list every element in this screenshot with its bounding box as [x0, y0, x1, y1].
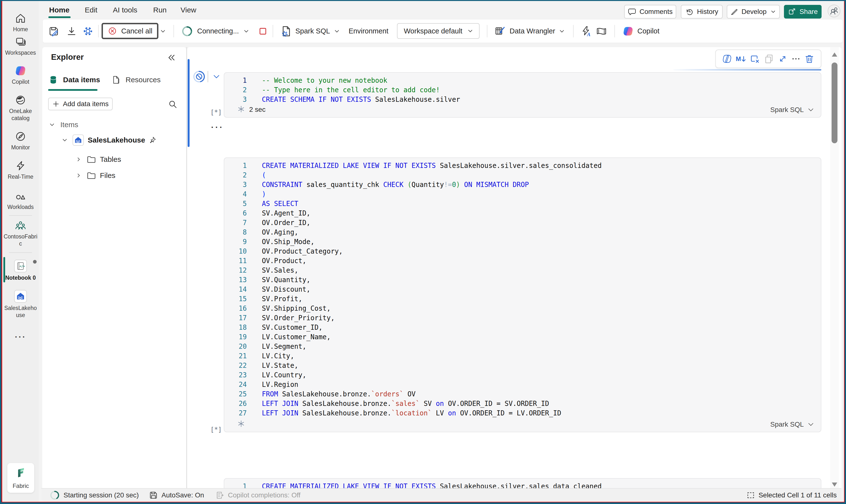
code-line[interactable]: 26LEFT JOIN SalesLakehouse.bronze.`sales…	[224, 399, 821, 408]
clear-output-icon[interactable]	[749, 53, 760, 64]
environment-label-item[interactable]: Environment	[349, 19, 389, 43]
code-line[interactable]: 11OV.Product,	[224, 256, 821, 266]
cancel-all-dropdown-chevron[interactable]	[159, 19, 166, 43]
autotranslate-icon-button[interactable]: A	[581, 19, 592, 43]
code-line[interactable]: 9OV.Ship_Mode,	[224, 237, 821, 247]
code-line[interactable]: 1CREATE MATERIALIZED LAKE VIEW IF NOT EX…	[224, 161, 821, 170]
cancel-cell-run-button[interactable]	[192, 70, 206, 83]
save-icon-button[interactable]	[48, 19, 59, 43]
fabric-home-button[interactable]: Fabric	[7, 463, 34, 493]
cell-3-code[interactable]: 1CREATE MATERIALIZED LAKE VIEW IF NOT EX…	[224, 482, 821, 488]
copilot-button[interactable]: Copilot	[623, 19, 659, 43]
tree-item-items[interactable]: Items	[49, 118, 78, 132]
account-avatar[interactable]	[828, 5, 840, 17]
code-cell-3[interactable]: 1CREATE MATERIALIZED LAKE VIEW IF NOT EX…	[224, 478, 821, 488]
convert-to-markdown-icon[interactable]: M	[735, 53, 746, 64]
add-data-items-button[interactable]: Add data items	[48, 97, 113, 110]
code-cell-2[interactable]: 1CREATE MATERIALIZED LAKE VIEW IF NOT EX…	[224, 158, 821, 432]
tab-view[interactable]: View	[180, 4, 196, 16]
more-actions-icon[interactable]	[791, 54, 801, 64]
cell-1-code[interactable]: 1-- Welcome to your new notebook2-- Type…	[224, 76, 821, 104]
code-line[interactable]: 16SV.Shipping_Cost,	[224, 304, 821, 313]
code-line[interactable]: 5AS SELECT	[224, 199, 821, 209]
code-line[interactable]: 21LV.City,	[224, 351, 821, 361]
delete-cell-icon[interactable]	[804, 54, 814, 64]
code-line[interactable]: 12SV.Sales,	[224, 266, 821, 275]
code-line[interactable]: 3CONSTRAINT sales_quantity_chk CHECK (Qu…	[224, 180, 821, 190]
scrollbar-thumb[interactable]	[832, 62, 838, 143]
add-cell-button[interactable]: ...	[211, 120, 224, 130]
code-line[interactable]: 18SV.Customer_ID,	[224, 323, 821, 332]
code-line[interactable]: 20LV.Segment,	[224, 342, 821, 351]
rail-item-workspaces[interactable]: Workspaces	[2, 36, 39, 56]
code-line[interactable]: 22LV.State,	[224, 361, 821, 370]
rail-item-monitor[interactable]: Monitor	[2, 131, 39, 151]
stop-session-button[interactable]	[258, 19, 268, 43]
scroll-down-arrow[interactable]	[832, 483, 837, 487]
export-icon-button[interactable]	[66, 19, 77, 43]
tab-data-items[interactable]: Data items	[49, 72, 100, 87]
code-line[interactable]: 6SV.Agent_ID,	[224, 209, 821, 218]
code-line[interactable]: 8OV.Aging,	[224, 228, 821, 237]
code-cell-1[interactable]: 1-- Welcome to your new notebook2-- Type…	[224, 72, 821, 118]
code-line[interactable]: 24LV.Region	[224, 380, 821, 389]
code-line[interactable]: 19LV.Customer_Name,	[224, 332, 821, 342]
cell-language-picker[interactable]: Spark SQL	[770, 420, 814, 428]
tab-run[interactable]: Run	[153, 4, 167, 16]
code-line[interactable]: 27LEFT JOIN SalesLakehouse.bronze.`locat…	[224, 408, 821, 418]
cancel-all-button[interactable]: Cancel all	[102, 23, 158, 39]
code-line[interactable]: 15SV.Profit,	[224, 294, 821, 304]
code-line[interactable]: 25FROM SalesLakehouse.bronze.`orders` OV	[224, 389, 821, 399]
rail-item-onelake-catalog[interactable]: OneLake catalog	[2, 94, 39, 122]
code-line[interactable]: 7OV.Order_ID,	[224, 218, 821, 228]
collapse-cell-chevron[interactable]	[212, 72, 221, 82]
comments-button[interactable]: Comments	[624, 5, 676, 19]
tree-item-tables[interactable]: Tables	[75, 152, 121, 166]
frame-icon-button[interactable]	[596, 19, 607, 43]
rail-more-button[interactable]: ...	[2, 330, 39, 340]
code-text: SV.Quantity,	[262, 276, 311, 284]
search-button[interactable]	[167, 99, 178, 110]
cell-copilot-icon[interactable]	[722, 54, 732, 64]
code-line[interactable]: 1-- Welcome to your new notebook	[224, 76, 821, 85]
code-line[interactable]: 1CREATE MATERIALIZED LAKE VIEW IF NOT EX…	[224, 482, 821, 488]
copy-cell-icon[interactable]	[764, 53, 774, 64]
rail-item-copilot[interactable]: Copilot	[2, 65, 39, 86]
autosave-item[interactable]: AutoSave: On	[149, 489, 204, 502]
code-line[interactable]: 4)	[224, 190, 821, 199]
share-button[interactable]: Share	[784, 5, 822, 19]
rail-item-real-time[interactable]: Real-Time	[2, 160, 39, 180]
tree-item-files[interactable]: Files	[75, 168, 115, 183]
pin-icon[interactable]	[149, 136, 156, 144]
tab-resources[interactable]: Resources	[111, 72, 160, 87]
copilot-completions-item[interactable]: Copilot completions: Off	[215, 489, 300, 502]
code-line[interactable]: 2-- Type here in the cell editor to add …	[224, 85, 821, 95]
tree-item-saleslakehouse[interactable]: SalesLakehouse	[61, 133, 156, 147]
settings-gear-icon-button[interactable]	[82, 19, 93, 43]
collapse-panel-button[interactable]	[166, 53, 177, 63]
code-line[interactable]: 14SV.Discount,	[224, 285, 821, 294]
session-status[interactable]: Connecting...	[181, 19, 250, 43]
rail-item-home[interactable]: Home	[2, 13, 39, 33]
data-wrangler-button[interactable]: Data Wrangler	[495, 19, 565, 43]
cell-2-code[interactable]: 1CREATE MATERIALIZED LAKE VIEW IF NOT EX…	[224, 161, 821, 418]
workspace-dropdown[interactable]: Workspace default	[397, 23, 480, 39]
tab-ai-tools[interactable]: AI tools	[113, 4, 137, 16]
develop-button[interactable]: Develop	[727, 5, 780, 19]
tab-edit[interactable]: Edit	[85, 4, 98, 16]
rail-item-saleslakehouse[interactable]: SalesLakehouse	[2, 290, 39, 319]
code-line[interactable]: 17SV.Order_Priority,	[224, 313, 821, 323]
history-button[interactable]: History	[681, 5, 723, 19]
rail-item-contosofabric[interactable]: ContosoFabric	[2, 220, 39, 247]
scroll-up-arrow[interactable]	[832, 53, 837, 57]
cell-language-picker[interactable]: Spark SQL	[770, 106, 814, 114]
code-line[interactable]: 3CREATE SCHEMA IF NOT EXISTS SalesLakeho…	[224, 95, 821, 104]
code-line[interactable]: 2(	[224, 170, 821, 180]
code-line[interactable]: 13SV.Quantity,	[224, 275, 821, 285]
code-line[interactable]: 23LV.Country,	[224, 370, 821, 380]
code-line[interactable]: 10OV.Product_Category,	[224, 247, 821, 256]
rail-item-workloads[interactable]: Workloads	[2, 191, 39, 211]
tab-home[interactable]: Home	[49, 4, 69, 16]
expand-cell-icon[interactable]	[778, 54, 788, 64]
language-picker[interactable]: Spark SQL	[280, 19, 340, 43]
